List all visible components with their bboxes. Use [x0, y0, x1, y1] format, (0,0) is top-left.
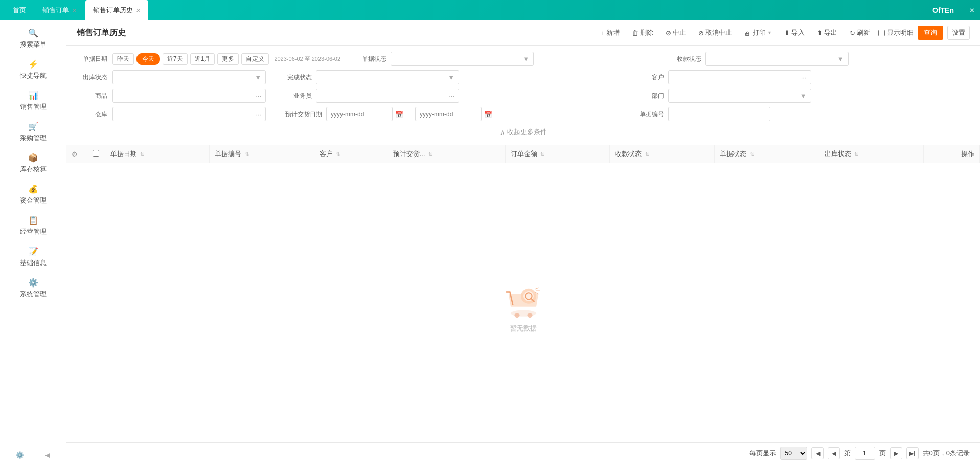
tab-home[interactable]: 首页	[5, 0, 34, 20]
select-all-checkbox[interactable]	[93, 150, 99, 157]
salesperson-input[interactable]: ···	[316, 89, 459, 103]
preset-today[interactable]: 今天	[136, 53, 160, 65]
stock-status-select[interactable]: ▼	[112, 70, 266, 84]
current-page-input[interactable]	[855, 447, 875, 460]
sidebar-item-system-mgmt[interactable]: ⚙️ 系统管理	[0, 273, 66, 304]
salesperson-dots[interactable]: ···	[449, 92, 454, 100]
preset-yesterday[interactable]: 昨天	[112, 53, 134, 65]
preset-1month[interactable]: 近1月	[190, 53, 215, 65]
sidebar-item-sales-mgmt[interactable]: 📊 销售管理	[0, 85, 66, 117]
tab-sales-order-history-close[interactable]: ✕	[136, 7, 141, 14]
import-button[interactable]: ⬇ 导入	[780, 26, 809, 39]
preset-7days[interactable]: 近7天	[163, 53, 188, 65]
warehouse-label: 仓库	[77, 110, 107, 119]
query-button[interactable]: 查询	[918, 26, 943, 40]
tab-sales-order-history[interactable]: 销售订单历史 ✕	[85, 0, 148, 20]
col-doc-status-sort[interactable]: ⇅	[750, 151, 754, 157]
col-checkbox	[87, 145, 105, 163]
customer-dots[interactable]: ···	[801, 74, 807, 81]
col-customer-sort[interactable]: ⇅	[336, 151, 340, 157]
col-date-sort[interactable]: ⇅	[140, 151, 144, 157]
settings-button[interactable]: 设置	[947, 26, 970, 40]
print-dropdown-icon: ▼	[767, 30, 772, 35]
stock-status-arrow: ▼	[255, 74, 261, 81]
doc-status-arrow: ▼	[522, 55, 529, 63]
collapse-bar[interactable]: ∧ 收起更多条件	[77, 125, 970, 139]
sidebar-item-finance-mgmt[interactable]: 💰 资金管理	[0, 179, 66, 210]
col-number: 单据编号 ⇅	[210, 145, 314, 163]
tab-sales-order-close[interactable]: ✕	[72, 7, 77, 14]
sidebar-settings-icon[interactable]: ⚙️	[16, 451, 24, 459]
payment-status-select[interactable]: ▼	[705, 52, 849, 66]
tab-sales-order[interactable]: 销售订单 ✕	[35, 0, 84, 20]
window-close-icon[interactable]: ✕	[969, 7, 975, 14]
complete-status-select[interactable]: ▼	[316, 70, 459, 84]
col-amount-label: 订单金额	[511, 150, 537, 158]
sidebar-item-quick-nav[interactable]: ⚡ 快捷导航	[0, 54, 66, 85]
delivery-date-to[interactable]	[415, 107, 482, 121]
refresh-button[interactable]: ↻ 刷新	[846, 26, 874, 39]
sidebar-item-purchase-mgmt-label: 采购管理	[20, 134, 47, 143]
goods-input[interactable]: ···	[112, 89, 266, 103]
sidebar-item-quick-nav-label: 快捷导航	[20, 71, 47, 80]
export-button[interactable]: ⬆ 导出	[813, 26, 841, 39]
doc-number-input[interactable]	[668, 107, 770, 121]
delete-icon: 🗑	[632, 29, 639, 37]
doc-status-label: 单据状态	[356, 55, 386, 63]
col-date: 单据日期 ⇅	[105, 145, 210, 163]
delete-button[interactable]: 🗑 删除	[628, 26, 657, 39]
print-button[interactable]: 🖨 打印 ▼	[740, 26, 776, 39]
complete-status-arrow: ▼	[448, 74, 454, 81]
table-settings-icon[interactable]: ⚙	[72, 150, 78, 158]
next-page-btn[interactable]: ▶	[890, 447, 902, 459]
col-number-sort[interactable]: ⇅	[245, 151, 249, 157]
sidebar-item-basic-info[interactable]: 📝 基础信息	[0, 241, 66, 273]
delivery-date-to-icon[interactable]: 📅	[484, 111, 492, 118]
col-stock-status: 出库状态 ⇅	[819, 145, 924, 163]
preset-custom[interactable]: 自定义	[241, 53, 269, 65]
col-payment-status-sort[interactable]: ⇅	[645, 151, 649, 157]
customer-select[interactable]: ···	[668, 70, 811, 84]
col-amount-sort[interactable]: ⇅	[540, 151, 544, 157]
sidebar-item-operations-mgmt[interactable]: 📋 经营管理	[0, 210, 66, 241]
sidebar-item-sales-mgmt-label: 销售管理	[20, 102, 47, 112]
preset-more[interactable]: 更多	[217, 53, 239, 65]
settings-label: 设置	[952, 28, 965, 37]
prev-page-btn[interactable]: ◀	[828, 447, 840, 459]
goods-dots[interactable]: ···	[256, 92, 261, 100]
col-stock-status-label: 出库状态	[825, 150, 851, 158]
col-stock-status-sort[interactable]: ⇅	[854, 151, 858, 157]
department-select[interactable]: ▼	[668, 89, 811, 103]
content-area: 销售订单历史 + 新增 🗑 删除 ⊘ 中止 ⊘ 取消中止	[66, 20, 980, 464]
last-page-btn[interactable]: ▶|	[906, 447, 919, 459]
delivery-date-from-icon[interactable]: 📅	[395, 111, 403, 118]
col-amount: 订单金额 ⇅	[505, 145, 610, 163]
col-operations: 操作	[924, 145, 980, 163]
col-delivery-sort[interactable]: ⇅	[428, 151, 432, 157]
first-page-btn[interactable]: |◀	[811, 447, 824, 459]
export-label: 导出	[824, 28, 837, 37]
new-label: 新增	[606, 28, 620, 37]
stop-icon: ⊘	[666, 29, 671, 37]
stop-button[interactable]: ⊘ 中止	[662, 26, 690, 39]
new-button[interactable]: + 新增	[597, 26, 624, 39]
sidebar-item-search-menu[interactable]: 🔍 搜索菜单	[0, 23, 66, 54]
doc-status-select[interactable]: ▼	[391, 52, 534, 66]
basic-info-icon: 📝	[28, 247, 38, 256]
sidebar-item-inventory-check[interactable]: 📦 库存核算	[0, 148, 66, 179]
sidebar-item-purchase-mgmt[interactable]: 🛒 采购管理	[0, 117, 66, 148]
warehouse-input[interactable]: ···	[112, 107, 266, 121]
top-bar: 首页 销售订单 ✕ 销售订单历史 ✕ OfTEn ✕	[0, 0, 980, 20]
page-size-select[interactable]: 50 20 100	[780, 447, 807, 460]
cancel-stop-button[interactable]: ⊘ 取消中止	[694, 26, 736, 39]
sidebar-item-search-menu-label: 搜索菜单	[20, 40, 47, 49]
warehouse-dots[interactable]: ···	[256, 111, 261, 118]
sidebar-collapse-icon[interactable]: ◀	[45, 451, 50, 459]
query-label: 查询	[924, 28, 937, 37]
collapse-label: 收起更多条件	[507, 127, 547, 137]
delivery-date-from[interactable]	[326, 107, 393, 121]
display-toggle-checkbox[interactable]	[878, 30, 885, 36]
filter-row-1: 单据日期 昨天 今天 近7天 近1月 更多 自定义 2023-06-02 至 2…	[77, 52, 970, 66]
filter-area: 单据日期 昨天 今天 近7天 近1月 更多 自定义 2023-06-02 至 2…	[66, 46, 980, 145]
customer-label: 客户	[633, 73, 664, 82]
